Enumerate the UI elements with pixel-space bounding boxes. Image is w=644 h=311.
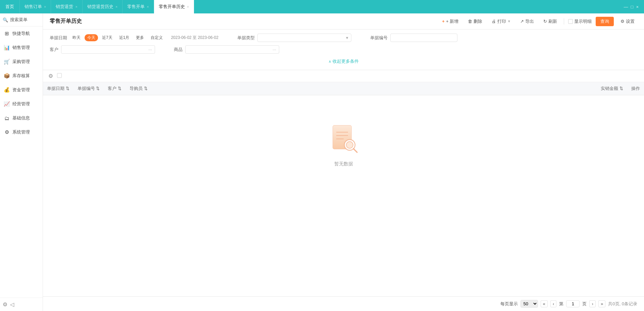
first-page-button[interactable]: «: [541, 300, 548, 307]
sidebar-item-finance-label: 资金管理: [12, 87, 30, 93]
page-size-label: 每页显示: [500, 301, 518, 307]
sidebar-settings-icon[interactable]: ⚙: [3, 301, 7, 308]
sidebar-collapse-icon[interactable]: ◁: [10, 301, 14, 308]
filter-collapse-toggle[interactable]: ∧ 收起更多条件: [50, 57, 637, 67]
number-filter-input[interactable]: [390, 34, 457, 42]
col-action-label: 操作: [631, 86, 640, 91]
show-detail-checkbox[interactable]: [568, 19, 573, 24]
sidebar-item-sales[interactable]: 📊 销售管理: [0, 41, 43, 55]
col-customer-sort-icon[interactable]: ⇅: [118, 86, 121, 91]
prev-page-button[interactable]: ‹: [550, 300, 556, 307]
svg-line-7: [353, 149, 357, 152]
delete-button[interactable]: 🗑 删除: [465, 17, 485, 26]
refresh-button[interactable]: ↻ 刷新: [541, 17, 560, 26]
col-customer-label: 客户: [108, 86, 116, 91]
minimize-btn[interactable]: —: [624, 4, 628, 9]
sidebar: 🔍 搜索菜单 ⊞ 快捷导航 📊 销售管理 🛒 采购管理 📦 库存核算 💰 资金管…: [0, 13, 43, 311]
finance-icon: 💰: [4, 87, 10, 93]
date-pill-today[interactable]: 今天: [85, 34, 98, 41]
col-amount-sort-icon[interactable]: ⇅: [620, 86, 623, 91]
main-layout: 🔍 搜索菜单 ⊞ 快捷导航 📊 销售管理 🛒 采购管理 📦 库存核算 💰 资金管…: [0, 13, 644, 311]
col-salesperson-sort-icon[interactable]: ⇅: [144, 86, 148, 91]
sidebar-item-system[interactable]: ⚙ 系统管理: [0, 125, 43, 139]
sidebar-item-quick-nav[interactable]: ⊞ 快捷导航: [0, 27, 43, 41]
table-toolbar: ⚙: [43, 70, 644, 82]
close-btn[interactable]: ×: [636, 4, 639, 9]
tab-sales-order-close[interactable]: ×: [44, 5, 46, 9]
next-page-button[interactable]: ›: [589, 300, 595, 307]
type-filter-select[interactable]: ▾: [257, 34, 351, 42]
date-filter-label: 单据日期: [50, 35, 67, 41]
stock-icon: 📦: [4, 73, 10, 79]
customer-filter-select[interactable]: ···: [61, 45, 155, 54]
top-nav: 首页 销售订单 × 销货退货 × 销货退货历史 × 零售开单 × 零售开单历史 …: [0, 0, 644, 13]
col-date: 单据日期 ⇅: [43, 82, 73, 95]
date-pill-7days[interactable]: 近7天: [99, 34, 115, 41]
page-size-select[interactable]: 20 50 100: [521, 300, 538, 308]
sidebar-item-base[interactable]: 🗂 基础信息: [0, 111, 43, 125]
tab-sales-return-history[interactable]: 销货退货历史 ×: [83, 0, 122, 13]
tab-retail-open-close[interactable]: ×: [147, 5, 149, 9]
tab-home[interactable]: 首页: [0, 0, 20, 13]
table-container: ⚙ 单据日期 ⇅ 单据编号 ⇅: [43, 70, 644, 296]
tab-sales-return-close[interactable]: ×: [75, 5, 77, 9]
data-table: 单据日期 ⇅ 单据编号 ⇅ 客户 ⇅ 导购员 ⇅: [43, 82, 644, 194]
sidebar-item-manage[interactable]: 📈 经营管理: [0, 97, 43, 111]
goods-dots: ···: [273, 47, 276, 52]
show-detail-label: 显示明细: [574, 18, 592, 24]
delete-icon: 🗑: [468, 19, 472, 24]
date-pill-custom[interactable]: 自定义: [148, 34, 165, 41]
page-suffix-label: 页: [582, 301, 587, 307]
tab-retail-open-label: 零售开单: [127, 4, 145, 10]
tab-sales-return-history-close[interactable]: ×: [115, 5, 117, 9]
empty-state-row: 暂无数据: [43, 95, 644, 194]
sidebar-search[interactable]: 🔍 搜索菜单: [0, 13, 43, 27]
export-button[interactable]: ↗ 导出: [517, 17, 537, 26]
goods-filter-select[interactable]: ···: [185, 45, 279, 54]
filter-area: 单据日期 昨天 今天 近7天 近1月 更多 自定义 2023-06-02 至 2…: [43, 30, 644, 70]
print-label: 打印: [497, 18, 506, 24]
sidebar-item-finance[interactable]: 💰 资金管理: [0, 83, 43, 97]
table-body: 暂无数据: [43, 95, 644, 194]
settings-button[interactable]: ⚙ 设置: [618, 17, 637, 26]
col-date-sort-icon[interactable]: ⇅: [66, 86, 69, 91]
table-settings-icon[interactable]: ⚙: [48, 73, 53, 79]
col-spacer: [152, 82, 597, 95]
tab-retail-open[interactable]: 零售开单 ×: [122, 0, 154, 13]
sidebar-item-stock-label: 库存核算: [12, 73, 30, 79]
sidebar-item-stock[interactable]: 📦 库存核算: [0, 69, 43, 83]
sidebar-item-sales-label: 销售管理: [12, 45, 30, 51]
pagination: 每页显示 20 50 100 « ‹ 第 页 › » 共0页, 0条记录: [43, 296, 644, 311]
collapse-label: 收起更多条件: [333, 58, 359, 64]
date-pill-more[interactable]: 更多: [133, 34, 147, 41]
date-pill-yesterday[interactable]: 昨天: [70, 34, 83, 41]
print-icon: 🖨: [492, 19, 496, 24]
select-all-checkbox[interactable]: [57, 73, 62, 79]
show-detail-checkbox-group[interactable]: 显示明细: [568, 18, 592, 24]
last-page-button[interactable]: »: [598, 300, 605, 307]
print-button[interactable]: 🖨 打印 ▼: [489, 17, 513, 26]
customer-filter-group: 客户 ···: [50, 45, 155, 54]
sidebar-item-base-label: 基础信息: [12, 115, 30, 121]
col-salesperson-label: 导购员: [130, 86, 143, 91]
content-area: 零售开单历史 + + 新增 🗑 删除 🖨 打印 ▼ ↗ 导出: [43, 13, 644, 311]
page-input[interactable]: [566, 300, 580, 307]
tab-retail-history-close[interactable]: ×: [187, 5, 189, 9]
sidebar-item-purchase[interactable]: 🛒 采购管理: [0, 55, 43, 69]
date-filter-group: 单据日期 昨天 今天 近7天 近1月 更多 自定义 2023-06-02 至 2…: [50, 34, 218, 41]
tab-retail-history[interactable]: 零售开单历史 ×: [154, 0, 194, 13]
add-label: + 新增: [446, 18, 458, 24]
tab-sales-order[interactable]: 销售订单 ×: [20, 0, 51, 13]
filter-row-2: 客户 ··· 商品 ···: [50, 45, 637, 54]
collapse-icon: ∧: [329, 59, 331, 64]
empty-state: 暂无数据: [43, 95, 644, 194]
sidebar-item-system-label: 系统管理: [12, 129, 30, 135]
tab-sales-return[interactable]: 销货退货 ×: [51, 0, 82, 13]
date-pill-1month[interactable]: 近1月: [116, 34, 132, 41]
col-number-sort-icon[interactable]: ⇅: [96, 86, 100, 91]
query-button[interactable]: 查询: [596, 17, 614, 26]
system-icon: ⚙: [4, 129, 10, 135]
maximize-btn[interactable]: □: [631, 4, 634, 9]
add-button[interactable]: + + 新增: [439, 17, 461, 26]
tab-retail-history-label: 零售开单历史: [159, 4, 185, 10]
